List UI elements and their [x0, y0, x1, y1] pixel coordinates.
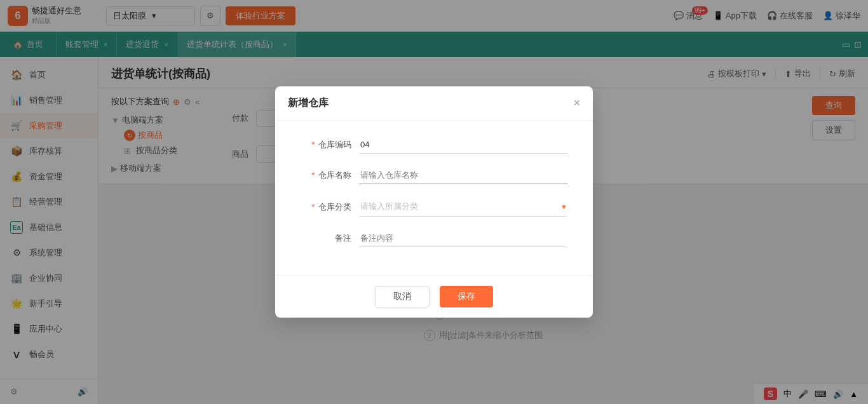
notes-label: 备注	[301, 232, 351, 244]
form-row-code: * 仓库编码	[301, 136, 567, 154]
dialog-close-button[interactable]: ×	[573, 97, 580, 110]
form-row-notes: 备注	[301, 229, 567, 247]
dialog: 新增仓库 × * 仓库编码 * 仓库名称	[275, 86, 593, 318]
dialog-header: 新增仓库 ×	[275, 86, 593, 121]
cancel-button[interactable]: 取消	[375, 286, 430, 307]
category-label: * 仓库分类	[301, 201, 351, 213]
code-input[interactable]	[359, 136, 567, 154]
category-select[interactable]: 请输入所属分类 ▾	[359, 197, 567, 217]
required-star-name: *	[311, 170, 315, 180]
modal-overlay[interactable]: 新增仓库 × * 仓库编码 * 仓库名称	[0, 0, 868, 404]
dialog-footer: 取消 保存	[275, 275, 593, 318]
form-row-name: * 仓库名称	[301, 166, 567, 184]
required-star-category: *	[311, 202, 315, 212]
category-placeholder: 请输入所属分类	[360, 201, 418, 212]
name-label: * 仓库名称	[301, 170, 351, 181]
dialog-body: * 仓库编码 * 仓库名称 * 仓库分类 请输入	[275, 121, 593, 275]
save-button[interactable]: 保存	[440, 286, 493, 307]
category-chevron-icon: ▾	[562, 202, 566, 212]
notes-input[interactable]	[359, 229, 567, 247]
dialog-title: 新增仓库	[288, 97, 329, 110]
name-input[interactable]	[359, 166, 567, 184]
form-row-category: * 仓库分类 请输入所属分类 ▾	[301, 197, 567, 217]
code-label: * 仓库编码	[301, 139, 351, 151]
required-star-code: *	[311, 140, 315, 149]
